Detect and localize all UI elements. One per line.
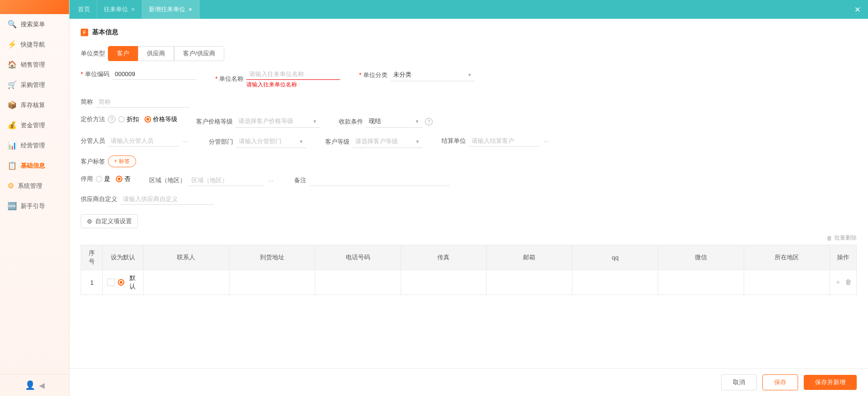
row-checkbox[interactable] bbox=[107, 279, 115, 286]
unit-name-group: 单位名称 请输入往来单位名称 bbox=[215, 69, 341, 89]
sidebar-item-label: 库存核算 bbox=[21, 101, 45, 109]
sidebar-item-finance[interactable]: 💰 资金管理 bbox=[0, 115, 69, 135]
sidebar-item-inventory[interactable]: 📦 库存核算 bbox=[0, 95, 69, 115]
fax-input[interactable] bbox=[406, 279, 482, 286]
department-select[interactable]: 请输入分管部门 ▼ bbox=[236, 135, 306, 148]
row-delete-icon[interactable]: 🗑 bbox=[845, 278, 852, 287]
sidebar-item-guide[interactable]: 🆕 新手引导 bbox=[0, 196, 69, 216]
supplier-custom-label: 供应商自定义 bbox=[81, 195, 117, 203]
pricing-method-group: 定价方法 ? 折扣 价格等级 bbox=[81, 115, 177, 124]
custom-settings-icon: ⚙ bbox=[87, 218, 92, 225]
sidebar-item-sales[interactable]: 🏠 销售管理 bbox=[0, 54, 69, 75]
unit-btn-supplier[interactable]: 供应商 bbox=[138, 46, 174, 61]
row-add-icon[interactable]: ＋ bbox=[835, 278, 841, 287]
finance-icon: 💰 bbox=[8, 121, 17, 130]
unit-type-row: 单位类型 客户 供应商 客户/供应商 bbox=[81, 46, 857, 61]
system-icon: ⚙ bbox=[8, 181, 14, 190]
sidebar-item-operations[interactable]: 📊 经营管理 bbox=[0, 135, 69, 155]
tab-home[interactable]: 首页 bbox=[71, 0, 97, 19]
supplier-custom-input[interactable] bbox=[120, 194, 214, 205]
operations-icon: 📊 bbox=[8, 141, 17, 150]
basic-icon: 📋 bbox=[8, 161, 17, 170]
abbreviation-row: 简称 bbox=[81, 96, 857, 108]
tab-contact-label: 往来单位 bbox=[104, 5, 128, 14]
region-more-icon[interactable]: ··· bbox=[266, 177, 275, 184]
unit-btn-customer[interactable]: 客户 bbox=[108, 46, 138, 61]
payment-terms-chevron: ▼ bbox=[415, 119, 419, 124]
col-fax: 传真 bbox=[401, 245, 487, 270]
payment-terms-select[interactable]: 现结 ▼ bbox=[366, 115, 422, 128]
tab-bar: 首页 往来单位 ✕ 新增往来单位 ✕ ✕ bbox=[69, 0, 868, 19]
sidebar-item-basic[interactable]: 📋 基础信息 bbox=[0, 155, 69, 176]
manager-more-icon[interactable]: ··· bbox=[181, 138, 190, 145]
note-input[interactable] bbox=[309, 175, 450, 186]
manager-group: 分管人员 ··· bbox=[81, 135, 190, 147]
tab-new-contact[interactable]: 新增往来单位 ✕ bbox=[142, 0, 199, 19]
address-input[interactable] bbox=[234, 279, 310, 286]
sidebar-item-search[interactable]: 🔍 搜索菜单 bbox=[0, 14, 69, 34]
disabled-radio-yes[interactable]: 是 bbox=[96, 175, 110, 183]
manager-label: 分管人员 bbox=[81, 137, 105, 145]
cell-qq[interactable] bbox=[572, 270, 658, 295]
disabled-radio-yes-label: 是 bbox=[104, 175, 110, 183]
region-input[interactable] bbox=[189, 175, 264, 186]
pricing-help-icon[interactable]: ? bbox=[108, 116, 115, 123]
customer-level-select[interactable]: 请选择客户等级 ▼ bbox=[352, 135, 423, 148]
cell-email[interactable] bbox=[487, 270, 572, 295]
supplier-custom-row: 供应商自定义 bbox=[81, 194, 857, 205]
cancel-button[interactable]: 取消 bbox=[721, 374, 757, 390]
qq-input[interactable] bbox=[577, 279, 653, 286]
contact-table-section: 🗑 批量删除 序号 设为默认 联系人 到货地址 电话号码 传真 邮箱 qq bbox=[81, 234, 857, 295]
tab-new-contact-close[interactable]: ✕ bbox=[188, 7, 192, 13]
purchase-icon: 🛒 bbox=[8, 80, 17, 89]
add-tag-button[interactable]: + 标签 bbox=[108, 155, 136, 167]
contact-input[interactable] bbox=[148, 279, 224, 286]
email-input[interactable] bbox=[491, 279, 567, 286]
pricing-radio-discount[interactable]: 折扣 bbox=[118, 115, 139, 124]
tab-contact[interactable]: 往来单位 ✕ bbox=[97, 0, 142, 19]
unit-info-row: 单位编码 单位名称 请输入往来单位名称 单位分类 未分类 ▼ bbox=[81, 69, 857, 89]
tags-row: 客户标签 + 标签 bbox=[81, 155, 857, 167]
unit-btn-both[interactable]: 客户/供应商 bbox=[174, 46, 224, 61]
window-close-button[interactable]: ✕ bbox=[849, 5, 866, 14]
unit-code-label: 单位编码 bbox=[81, 70, 109, 78]
cell-wechat[interactable] bbox=[658, 270, 744, 295]
abbreviation-input[interactable] bbox=[96, 96, 190, 108]
cell-phone[interactable] bbox=[315, 270, 401, 295]
region-cell-input[interactable] bbox=[749, 279, 825, 286]
sidebar-item-label: 采购管理 bbox=[21, 81, 45, 89]
batch-delete-label: 批量删除 bbox=[834, 234, 857, 242]
disabled-radio-no[interactable]: 否 bbox=[116, 175, 130, 183]
save-and-new-button[interactable]: 保存并新增 bbox=[804, 375, 857, 390]
cell-region[interactable] bbox=[744, 270, 830, 295]
settlement-input[interactable] bbox=[469, 135, 539, 147]
cell-fax[interactable] bbox=[401, 270, 487, 295]
save-button[interactable]: 保存 bbox=[762, 374, 798, 390]
quick-nav-icon: ⚡ bbox=[8, 40, 17, 49]
cell-contact[interactable] bbox=[143, 270, 229, 295]
tab-contact-close[interactable]: ✕ bbox=[131, 7, 135, 13]
pricing-radio-level[interactable]: 价格等级 bbox=[145, 115, 177, 124]
unit-category-select[interactable]: 未分类 ▼ bbox=[390, 69, 475, 81]
wechat-input[interactable] bbox=[663, 279, 739, 286]
payment-terms-group: 收款条件 现结 ▼ ? bbox=[339, 115, 433, 128]
batch-delete-button[interactable]: 🗑 批量删除 bbox=[827, 234, 857, 242]
guide-icon: 🆕 bbox=[8, 202, 17, 210]
sidebar-collapse-icon[interactable]: ◀ bbox=[39, 381, 45, 390]
unit-code-input[interactable] bbox=[112, 69, 197, 80]
sidebar-item-purchase[interactable]: 🛒 采购管理 bbox=[0, 75, 69, 95]
unit-name-input[interactable] bbox=[246, 69, 340, 80]
settlement-more-icon[interactable]: ··· bbox=[542, 138, 551, 145]
sidebar-item-system[interactable]: ⚙ 系统管理 bbox=[0, 176, 69, 196]
customer-level-placeholder: 请选择客户等级 bbox=[355, 137, 398, 146]
manager-input[interactable] bbox=[108, 135, 178, 147]
sidebar-item-quick-nav[interactable]: ⚡ 快捷导航 bbox=[0, 34, 69, 54]
customer-price-level-select[interactable]: 请选择客户价格等级 ▼ bbox=[236, 115, 320, 128]
note-group: 备注 bbox=[294, 175, 450, 186]
custom-settings-button[interactable]: ⚙ 自定义项设置 bbox=[81, 214, 138, 228]
phone-input[interactable] bbox=[320, 279, 396, 286]
cell-address[interactable] bbox=[229, 270, 315, 295]
col-address: 到货地址 bbox=[229, 245, 315, 270]
payment-help-icon[interactable]: ? bbox=[425, 118, 433, 125]
row-default-radio[interactable]: 默认 bbox=[118, 274, 138, 291]
